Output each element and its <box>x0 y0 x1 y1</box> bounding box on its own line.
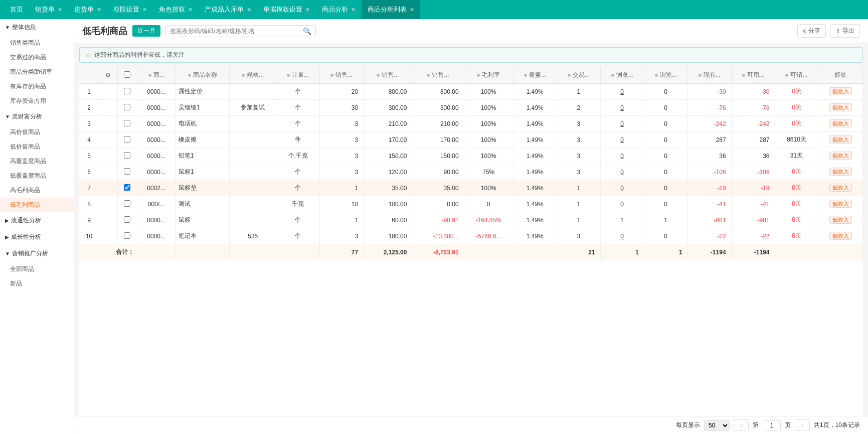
close-icon[interactable]: ✕ <box>351 7 356 13</box>
nav-sales-order[interactable]: 销货单✕ <box>29 0 68 19</box>
row-browse1[interactable]: 0 <box>600 164 644 180</box>
sidebar-group-wealth[interactable]: ▼ 类财富分析 <box>0 108 74 125</box>
col-available[interactable]: 可用... <box>731 67 775 84</box>
col-tag: 标签 <box>818 67 863 84</box>
row-checkbox[interactable] <box>117 100 137 116</box>
close-icon[interactable]: ✕ <box>305 7 310 13</box>
row-code: 0000... <box>137 132 176 148</box>
row-browse1[interactable]: 0 <box>600 132 644 148</box>
row-browse1[interactable]: 0 <box>600 196 644 212</box>
col-sales-count[interactable]: 销售... <box>320 67 364 84</box>
row-tag: 低收入 <box>818 212 863 228</box>
sidebar-item-high-margin[interactable]: 高毛利商品 <box>0 183 74 198</box>
nav-home[interactable]: 首页 <box>4 0 29 19</box>
sidebar-item-new-goods[interactable]: 新品 <box>0 276 74 291</box>
sidebar-item-all-goods[interactable]: 全部商品 <box>0 262 74 276</box>
close-icon[interactable]: ✕ <box>410 7 414 13</box>
export-button[interactable]: ⇧ 导出 <box>830 24 860 38</box>
row-browse1[interactable]: 1 <box>600 212 644 228</box>
row-checkbox[interactable] <box>117 212 137 228</box>
sidebar-item-low-value[interactable]: 低价值商品 <box>0 139 74 154</box>
col-saleable[interactable]: 可销... <box>775 67 818 84</box>
nav-product-analysis[interactable]: 商品分析✕ <box>316 0 362 19</box>
row-checkbox[interactable] <box>117 164 137 180</box>
col-current[interactable]: 现有... <box>687 67 731 84</box>
row-checkbox[interactable] <box>117 132 137 148</box>
nav-role-auth[interactable]: 角色授权✕ <box>153 0 199 19</box>
next-page-button[interactable]: ＞ <box>795 419 810 431</box>
page-input[interactable] <box>763 420 781 430</box>
share-button[interactable]: ⎋ 分享 <box>797 24 826 38</box>
row-available: -76 <box>731 100 775 116</box>
col-browse1[interactable]: 浏览... <box>600 67 644 84</box>
col-checkbox[interactable] <box>117 67 137 84</box>
row-checkbox[interactable] <box>117 228 137 244</box>
row-browse1[interactable]: 0 <box>600 180 644 196</box>
col-sales-gross[interactable]: 销售... <box>412 67 464 84</box>
row-browse1[interactable]: 0 <box>600 116 644 132</box>
page-suffix: 页 <box>785 421 791 429</box>
notice-bar: ☆ 这部分商品的利润非常低，请关注 <box>79 47 863 63</box>
close-icon[interactable]: ✕ <box>58 7 62 13</box>
row-unit: 个 <box>276 164 320 180</box>
sidebar-item-stock-goods[interactable]: 有库存的商品 <box>0 79 74 94</box>
row-sales-gross: -10,380... <box>412 228 464 244</box>
row-coverage: 1.49% <box>513 100 557 116</box>
sidebar-item-high-value[interactable]: 高价值商品 <box>0 125 74 139</box>
nav-product-analysis-list[interactable]: 商品分析列表✕ <box>362 0 420 19</box>
sidebar-group-overall[interactable]: ▼ 整体信息 <box>0 19 74 36</box>
sidebar-group-marketing[interactable]: ▼ 营销推广分析 <box>0 245 74 262</box>
row-browse1[interactable]: 0 <box>600 228 644 244</box>
sidebar-item-category-rate[interactable]: 商品分类助销率 <box>0 65 74 79</box>
row-settings <box>99 100 117 116</box>
col-code[interactable]: 商... <box>137 67 176 84</box>
col-coverage[interactable]: 覆盖... <box>513 67 557 84</box>
filter-recent-month-button[interactable]: 近一月 <box>132 25 160 37</box>
sidebar-item-stock-capital[interactable]: 库存资金占用 <box>0 94 74 108</box>
sidebar-item-low-coverage[interactable]: 低覆盖度商品 <box>0 169 74 183</box>
sidebar-item-high-coverage[interactable]: 高覆盖度商品 <box>0 154 74 169</box>
row-browse1[interactable]: 0 <box>600 84 644 100</box>
close-icon[interactable]: ✕ <box>247 7 251 13</box>
col-settings[interactable]: ⚙ <box>99 67 117 84</box>
col-browse2[interactable]: 浏览... <box>644 67 687 84</box>
nav-permissions[interactable]: 权限设置✕ <box>107 0 153 19</box>
row-sales-price: 800.00 <box>364 84 412 100</box>
row-unit: 个 <box>276 100 320 116</box>
close-icon[interactable]: ✕ <box>188 7 193 13</box>
row-checkbox[interactable] <box>117 148 137 164</box>
sidebar-item-traded-goods[interactable]: 交易过的商品 <box>0 50 74 65</box>
prev-page-button[interactable]: ＜ <box>734 419 749 431</box>
close-icon[interactable]: ✕ <box>142 7 147 13</box>
col-name[interactable]: 商品名称 <box>175 67 229 84</box>
tag-badge: 低收入 <box>829 119 852 127</box>
sidebar-group-growth[interactable]: ▶ 成长性分析 <box>0 229 74 245</box>
row-checkbox[interactable] <box>117 84 137 100</box>
sidebar-item-sales-goods[interactable]: 销售类商品 <box>0 36 74 50</box>
nav-template-settings[interactable]: 单据模板设置✕ <box>257 0 316 19</box>
col-spec[interactable]: 规格... <box>230 67 276 84</box>
row-available: -22 <box>731 228 775 244</box>
row-unit: 个 <box>276 84 320 100</box>
col-gross-rate[interactable]: 毛利率 <box>464 67 513 84</box>
col-trade[interactable]: 交易... <box>557 67 600 84</box>
per-page-select[interactable]: 50 20 100 <box>704 420 730 431</box>
nav-purchase-order[interactable]: 进货单✕ <box>68 0 107 19</box>
row-settings <box>99 180 117 196</box>
row-checkbox[interactable] <box>117 180 137 196</box>
sidebar-item-low-margin[interactable]: 低毛利商品 <box>0 198 74 212</box>
col-sales-price[interactable]: 销售... <box>364 67 412 84</box>
col-unit[interactable]: 计量... <box>276 67 320 84</box>
row-checkbox[interactable] <box>117 196 137 212</box>
row-browse1[interactable]: 0 <box>600 148 644 164</box>
close-icon[interactable]: ✕ <box>97 7 101 13</box>
row-checkbox[interactable] <box>117 116 137 132</box>
search-input[interactable] <box>170 28 303 35</box>
nav-finished-goods[interactable]: 产成品入库单✕ <box>199 0 257 19</box>
row-number: 9 <box>79 212 99 228</box>
row-browse1[interactable]: 0 <box>600 100 644 116</box>
select-all-checkbox[interactable] <box>124 71 130 78</box>
sidebar-group-liquidity[interactable]: ▶ 流通性分析 <box>0 212 74 229</box>
settings-icon[interactable]: ⚙ <box>105 72 111 79</box>
search-icon[interactable]: 🔍 <box>303 27 311 35</box>
